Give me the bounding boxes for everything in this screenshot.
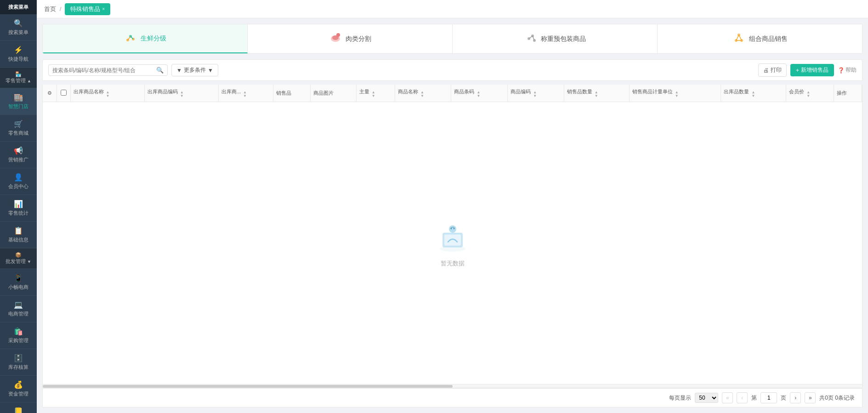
sidebar-item-smartstore[interactable]: 🏬 智慧门店 xyxy=(0,88,37,115)
sidebar-item-label: 智慧门店 xyxy=(8,103,28,110)
sidebar-item-label: 库存核算 xyxy=(8,364,28,371)
scrollbar-thumb[interactable] xyxy=(43,385,453,388)
col-out-qty: 出库品数量 ▲▼ xyxy=(721,85,786,102)
finance-icon: 💰 xyxy=(14,380,23,389)
page-of: 页 xyxy=(781,394,786,402)
col-out-spec: 出库商... ▲▼ xyxy=(218,85,273,102)
sidebar-item-general[interactable]: 📒 总账管理 xyxy=(0,402,37,413)
sidebar-item-purchase[interactable]: 🛍️ 采购管理 xyxy=(0,322,37,349)
col-checkbox[interactable] xyxy=(57,85,70,102)
cat-tab-weighed[interactable]: 称重预包装商品 xyxy=(453,24,658,53)
search-icon: 🔍 xyxy=(156,67,164,74)
per-page-label: 每页显示 xyxy=(669,394,691,402)
cat-tab-combo[interactable]: 组合商品销售 xyxy=(658,24,862,53)
miniprog-icon: 📱 xyxy=(14,274,23,282)
per-page-select[interactable]: 50 10 20 100 xyxy=(695,393,718,403)
print-label: 打印 xyxy=(771,66,782,74)
cat-tab-meat[interactable]: 肉类分割 xyxy=(248,24,453,53)
col-weight: 主量 ▲▼ xyxy=(356,85,395,102)
app-logo: 搜索菜单 xyxy=(0,0,37,14)
breadcrumb-home[interactable]: 首页 xyxy=(44,5,56,13)
plus-icon: + xyxy=(796,67,799,74)
sidebar-item-label: 电商管理 xyxy=(8,310,28,317)
toolbar-left: 🔍 ▼ 更多条件 ▼ xyxy=(48,64,218,76)
select-all-checkbox[interactable] xyxy=(61,90,67,96)
filter-button[interactable]: ▼ 更多条件 ▼ xyxy=(171,64,218,76)
help-label: 帮助 xyxy=(845,66,857,74)
sidebar-item-label: 零售管理 ▲ xyxy=(6,77,31,84)
category-tabs: 生鲜分级 肉类分割 xyxy=(42,24,862,54)
horizontal-scrollbar[interactable] xyxy=(43,384,862,388)
sidebar-item-inventory[interactable]: 🗄️ 库存核算 xyxy=(0,349,37,376)
main-panel: 首页 / 特殊销售品 × 生鲜分级 xyxy=(37,0,868,413)
empty-illustration xyxy=(434,219,471,256)
sidebar-item-wholesale[interactable]: 📦 批发管理 ▼ xyxy=(0,248,37,269)
col-goods-code: 商品编码 ▲▼ xyxy=(508,85,564,102)
new-button[interactable]: + 新增销售品 xyxy=(790,64,834,76)
members-icon: 👤 xyxy=(14,173,23,182)
sidebar-item-label: 批发管理 ▼ xyxy=(6,258,31,265)
sidebar-item-label: 快捷导航 xyxy=(8,56,28,63)
filter-arrow-icon: ▼ xyxy=(208,67,213,74)
meat-icon xyxy=(329,31,342,46)
cat-tab-meat-label: 肉类分割 xyxy=(346,35,371,43)
page-next-button[interactable]: › xyxy=(790,392,801,403)
filter-label: 更多条件 xyxy=(184,66,206,74)
sidebar-item-salespromo[interactable]: 📢 营销推广 xyxy=(0,142,37,168)
svg-line-3 xyxy=(128,36,130,40)
sidebar-item-retail[interactable]: 🏪 零售管理 ▲ xyxy=(0,68,37,88)
page-first-button[interactable]: « xyxy=(722,392,733,403)
salespromo-icon: 📢 xyxy=(14,146,23,155)
col-image: 商品图片 xyxy=(310,85,356,102)
sidebar-item-retailstats[interactable]: 📊 零售统计 xyxy=(0,195,37,222)
svg-line-11 xyxy=(529,36,533,39)
print-button[interactable]: 🖨 打印 xyxy=(758,63,787,77)
svg-point-23 xyxy=(450,228,452,229)
sidebar-item-label: 小畅电商 xyxy=(8,284,28,291)
sidebar-item-quicknav[interactable]: ⚡ 快捷导航 xyxy=(0,41,37,68)
page-prev-button[interactable]: ‹ xyxy=(737,392,748,403)
help-button[interactable]: ❓ 帮助 xyxy=(838,66,857,74)
inventory-icon: 🗄️ xyxy=(14,354,23,362)
page-input[interactable] xyxy=(760,392,777,403)
toolbar: 🔍 ▼ 更多条件 ▼ 🖨 打印 + 新增销售品 ❓ xyxy=(42,59,862,81)
content-area: 生鲜分级 肉类分割 xyxy=(37,18,868,413)
basicinfo-icon: 📋 xyxy=(14,226,23,235)
cat-tab-fresh-label: 生鲜分级 xyxy=(141,34,166,43)
sidebar-item-label: 零售商城 xyxy=(8,130,28,137)
col-sales-qty: 销售品数量 ▲▼ xyxy=(564,85,629,102)
filter-icon: ▼ xyxy=(176,67,182,74)
svg-point-24 xyxy=(453,228,454,229)
col-settings[interactable]: ⚙ xyxy=(43,85,57,102)
retailmall-icon: 🛒 xyxy=(14,120,23,128)
cat-tab-weighed-label: 称重预包装商品 xyxy=(541,35,586,43)
total-label: 共0页 0条记录 xyxy=(819,394,855,402)
search-icon: 🔍 xyxy=(14,19,23,28)
sidebar-item-retailmall[interactable]: 🛒 零售商城 xyxy=(0,115,37,142)
tab-close-button[interactable]: × xyxy=(102,6,105,11)
svg-point-22 xyxy=(449,225,456,233)
svg-line-4 xyxy=(130,36,133,39)
sidebar: 搜索菜单 🔍 搜索菜单 ⚡ 快捷导航 🏪 零售管理 ▲ 🏬 智慧门店 🛒 零售商… xyxy=(0,0,37,413)
active-tab[interactable]: 特殊销售品 × xyxy=(65,3,110,15)
tab-label: 特殊销售品 xyxy=(70,5,100,13)
retail-icon: 🏪 xyxy=(15,71,22,77)
sidebar-item-finance[interactable]: 💰 资金管理 xyxy=(0,376,37,402)
sidebar-item-miniprog[interactable]: 📱 小畅电商 xyxy=(0,269,37,296)
search-input[interactable] xyxy=(52,67,156,74)
retailstats-icon: 📊 xyxy=(14,200,23,208)
sidebar-item-basicinfo[interactable]: 📋 基础信息 xyxy=(0,222,37,248)
page-last-button[interactable]: » xyxy=(805,392,816,403)
cat-tab-fresh[interactable]: 生鲜分级 xyxy=(43,24,248,53)
sidebar-item-label: 搜索菜单 xyxy=(8,29,28,36)
sidebar-item-label: 零售统计 xyxy=(8,210,28,217)
col-member-price: 会员价 ▲▼ xyxy=(786,85,834,102)
sidebar-item-label: 采购管理 xyxy=(8,337,28,344)
sidebar-item-ecommerce[interactable]: 💻 电商管理 xyxy=(0,296,37,322)
sidebar-item-search[interactable]: 🔍 搜索菜单 xyxy=(0,14,37,41)
col-sales-item: 销售品 xyxy=(273,85,311,102)
fresh-icon xyxy=(124,31,137,46)
sidebar-item-members[interactable]: 👤 会员中心 xyxy=(0,168,37,195)
weighed-icon xyxy=(524,31,537,46)
smartstore-icon: 🏬 xyxy=(14,93,23,102)
